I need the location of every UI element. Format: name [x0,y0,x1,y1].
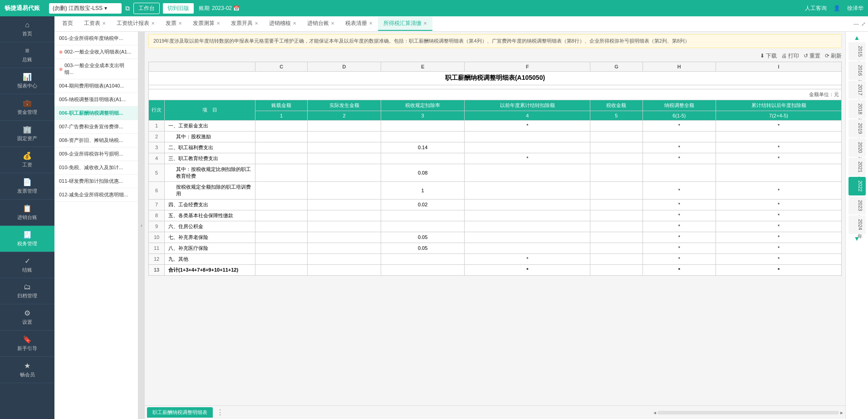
td-c6-5[interactable]: * [642,181,716,199]
left-panel-item-011[interactable]: 011-研发费用加计扣除优惠... [54,175,138,188]
td-c6-0[interactable]: * [642,120,716,131]
sidebar-item-fixed-assets[interactable]: 🏢固定资产 [0,121,54,147]
td-c3-2[interactable]: 0.14 [381,142,465,153]
year-item-2023年[interactable]: 2023年 [848,196,866,214]
td-c6-1[interactable] [642,131,716,142]
td-c2-12[interactable] [308,264,381,275]
td-c5-9[interactable] [590,232,642,243]
td-c2-0[interactable] [308,120,381,131]
td-c7-4[interactable] [716,164,842,181]
td-c3-6[interactable]: 0.02 [381,199,465,210]
td-c6-6[interactable]: * [642,199,716,210]
td-c2-10[interactable] [308,243,381,253]
company-selector[interactable]: (勿删) 江西殷宝-LSS ▾ [49,3,122,14]
sidebar-item-close[interactable]: ✓结账 [0,252,54,278]
td-c2-4[interactable] [308,164,381,181]
tab-invoice-calc[interactable]: 发票测算✕ [187,17,226,31]
td-c3-9[interactable]: 0.05 [381,232,465,243]
td-c6-9[interactable]: * [642,232,716,243]
left-panel-item-007[interactable]: 007-广告费和业务宣传费弹... [54,120,138,134]
download-button[interactable]: ⬇ 下载 [760,52,777,60]
sidebar-item-sales-ledger[interactable]: 📋进销台账 [0,200,54,226]
td-c7-9[interactable]: * [716,232,842,243]
sheet-menu-icon[interactable]: ⋮ [216,408,224,417]
td-c4-10[interactable] [465,243,590,253]
td-c3-0[interactable] [381,120,465,131]
reset-button[interactable]: ↺ 重置 [804,52,820,60]
td-c5-8[interactable] [590,221,642,232]
td-c7-8[interactable]: * [716,221,842,232]
td-c4-4[interactable] [465,164,590,181]
year-item-2020年[interactable]: 2020年 [848,138,866,156]
td-c2-8[interactable] [308,221,381,232]
sidebar-item-member[interactable]: ★畅会员 [0,357,54,383]
tab-payroll[interactable]: 工资表✕ [78,17,111,31]
td-c5-3[interactable] [590,153,642,164]
td-c2-1[interactable] [308,131,381,142]
td-c5-7[interactable] [590,210,642,221]
left-panel-item-010[interactable]: 010-免税、减收收入及加计... [54,161,138,175]
close-tab-invoice-open[interactable]: ✕ [255,21,258,26]
left-panel-item-003[interactable]: ⊗003-一般企业业成本支出明细... [54,59,138,79]
sidebar-item-tax-mgmt[interactable]: 🧾税务管理 [0,226,54,252]
close-tab-income-tax[interactable]: ✕ [423,21,427,26]
year-item-2021年[interactable]: 2021年 [848,158,866,176]
td-c5-11[interactable] [590,253,642,264]
tab-payroll-stats[interactable]: 工资统计报表✕ [111,17,160,31]
sidebar-item-settings[interactable]: ⚙设置 [0,304,54,331]
td-c6-2[interactable]: * [642,142,716,153]
td-c2-2[interactable] [308,142,381,153]
td-c2-3[interactable] [308,153,381,164]
td-c5-2[interactable] [590,142,642,153]
td-c1-1[interactable] [255,131,308,142]
td-c6-8[interactable]: * [642,221,716,232]
td-c4-11[interactable]: * [465,253,590,264]
td-c1-2[interactable] [255,142,308,153]
left-panel-item-009[interactable]: 009-企业所得税弥补亏损明... [54,147,138,161]
td-c3-3[interactable] [381,153,465,164]
td-c3-4[interactable]: 0.08 [381,164,465,181]
td-c4-7[interactable] [465,210,590,221]
td-c7-10[interactable]: * [716,243,842,253]
td-c5-4[interactable] [590,164,642,181]
td-c1-0[interactable] [255,120,308,131]
td-c6-3[interactable]: * [642,153,716,164]
sidebar-item-invoice-mgmt[interactable]: 📄发票管理 [0,173,54,200]
sidebar-item-wizard[interactable]: 🔖新手引导 [0,331,54,357]
sidebar-item-report[interactable]: 📊报表中心 [0,68,54,94]
td-c4-8[interactable] [465,221,590,232]
close-tab-purchase-ledger[interactable]: ✕ [331,21,334,26]
td-c6-10[interactable]: * [642,243,716,253]
left-panel-item-006[interactable]: 006-职工薪酬纳税调整明细... [54,107,138,120]
td-c2-9[interactable] [308,232,381,243]
close-tab-tax-clear[interactable]: ✕ [369,21,373,26]
td-c2-5[interactable] [308,181,381,199]
td-c7-7[interactable]: * [716,210,842,221]
td-c7-2[interactable]: * [716,142,842,153]
td-c6-11[interactable]: * [642,253,716,264]
td-c4-2[interactable] [465,142,590,153]
td-c3-8[interactable] [381,221,465,232]
collapse-button[interactable]: ‹ [138,32,145,419]
year-item-2016年[interactable]: 2016年 [848,61,866,79]
sidebar-item-home[interactable]: ⌂首页 [0,16,54,42]
td-c5-6[interactable] [590,199,642,210]
td-c5-5[interactable] [590,181,642,199]
refresh-button[interactable]: ⟳ 刷新 [825,52,842,60]
td-c1-10[interactable] [255,243,308,253]
td-c1-5[interactable] [255,181,308,199]
scroll-left-icon[interactable]: ◂ [653,409,656,416]
close-tab-invoice-calc[interactable]: ✕ [216,21,220,26]
table-wrapper[interactable]: CDEFGHI职工薪酬纳税调整明细表(A105050)金额单位：元 行次 项 目… [148,62,842,406]
tab-maximize-icon[interactable]: ⤢ [861,21,866,27]
td-c5-0[interactable] [590,120,642,131]
td-c3-1[interactable] [381,131,465,142]
switch-button[interactable]: 切到旧版 [162,3,194,14]
year-nav-down[interactable]: ▼ [854,235,860,242]
td-c7-6[interactable]: * [716,199,842,210]
td-c7-0[interactable]: * [716,120,842,131]
horizontal-scrollbar[interactable] [657,411,839,414]
td-c2-6[interactable] [308,199,381,210]
close-tab-invoice[interactable]: ✕ [178,21,182,26]
td-c7-12[interactable]: * [716,264,842,275]
